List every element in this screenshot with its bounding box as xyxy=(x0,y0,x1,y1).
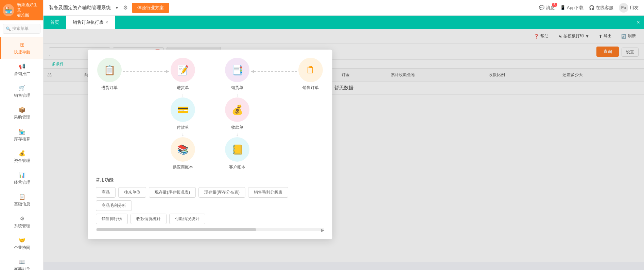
system-title: 装备及固定资产辅助管理系统 xyxy=(49,5,111,11)
download-icon: 📱 xyxy=(560,5,565,10)
sidebar: 🏪 畅康通好生意 标准版 🔍 搜索菜单 ⊞ 快捷导航 📢 营销推广 🛒 销售管理… xyxy=(0,0,43,270)
payment-bill-label: 付款单 xyxy=(177,125,189,130)
func-payment-stats[interactable]: 付款情况统计 xyxy=(169,214,205,224)
receipt-bill-icon: 💰 xyxy=(225,97,249,122)
flow-customer-ledger[interactable]: 📒 客户账本 xyxy=(224,137,251,170)
purchase-icon: 📦 xyxy=(19,107,25,113)
tab-sales-order[interactable]: 销售订单执行表 × xyxy=(66,16,115,29)
message-badge: 5 xyxy=(552,3,557,7)
sidebar-logo: 🏪 畅康通好生意 标准版 xyxy=(0,0,43,20)
sidebar-item-purchase[interactable]: 📦 采购管理 xyxy=(0,103,43,124)
logo-icon: 🏪 xyxy=(3,4,14,16)
sidebar-item-coop[interactable]: 🤝 企业协同 xyxy=(0,233,43,255)
arrow-rec-down: ↓ xyxy=(224,132,251,137)
message-icon: 💬 xyxy=(539,5,544,10)
func-sales-rank[interactable]: 销售排行榜 xyxy=(96,214,128,224)
func-product[interactable]: 商品 xyxy=(96,187,116,198)
common-functions-section: 常用功能 商品 往来单位 现存量(库存状况表) 现存量(库存分布表) 销售毛利分… xyxy=(96,177,324,224)
tab-home[interactable]: 首页 xyxy=(43,16,66,29)
receipt-bill-label: 收款单 xyxy=(231,125,243,130)
sidebar-item-operation[interactable]: 📊 经营管理 xyxy=(0,168,43,190)
system-dropdown[interactable]: ▼ xyxy=(115,5,119,10)
scrollbar-thumb[interactable] xyxy=(97,228,256,231)
service-icon: 🎧 xyxy=(589,5,594,10)
sales-icon: 🛒 xyxy=(19,85,25,91)
guide-icon: 📖 xyxy=(19,259,25,265)
func-stock-dist[interactable]: 现存量(库存分布表) xyxy=(198,187,245,198)
func-buttons-row1: 商品 往来单位 现存量(库存状况表) 现存量(库存分布表) 销售毛利分析表 商品… xyxy=(96,187,324,211)
topbar: 装备及固定资产辅助管理系统 ▼ ⚙ 体验行业方案 💬 消息 5 📱 App下载 … xyxy=(43,0,644,16)
sales-order-icon: 🗒 xyxy=(298,58,323,82)
scroll-right-arrow[interactable]: ▶ xyxy=(321,228,324,233)
flow-receipt-bill[interactable]: 💰 收款单 xyxy=(224,97,251,130)
sidebar-item-quick-nav[interactable]: ⊞ 快捷导航 xyxy=(0,37,43,59)
tab-close-icon[interactable]: × xyxy=(106,20,108,25)
sales-bill-icon: 📑 xyxy=(225,58,249,82)
close-tab-area-icon[interactable]: × xyxy=(637,19,640,25)
main-area: 装备及固定资产辅助管理系统 ▼ ⚙ 体验行业方案 💬 消息 5 📱 App下载 … xyxy=(43,0,644,270)
func-stock-status[interactable]: 现存量(库存状况表) xyxy=(149,187,196,198)
app-download-button[interactable]: 📱 App下载 xyxy=(560,5,584,11)
modal-dialog: 📋 进货订单 ▶ 📝 进货单 xyxy=(88,50,332,239)
sidebar-search-area: 🔍 搜索菜单 xyxy=(0,20,43,37)
arrow-pay-down: ↓ xyxy=(169,132,196,137)
common-functions-title: 常用功能 xyxy=(96,177,324,183)
sidebar-item-basic[interactable]: 📋 基础信息 xyxy=(0,190,43,211)
sidebar-item-marketing[interactable]: 📢 营销推广 xyxy=(0,59,43,81)
arrow-so-to-sb: ◀ xyxy=(251,69,297,74)
basic-icon: 📋 xyxy=(19,194,25,200)
purchase-order-label: 进货订单 xyxy=(101,85,118,91)
sidebar-item-system[interactable]: ⚙ 系统管理 xyxy=(0,211,43,233)
sidebar-item-guide[interactable]: 📖 新手引导 xyxy=(0,255,43,270)
user-area[interactable]: Ea 用友 xyxy=(619,3,639,13)
settings-icon[interactable]: ⚙ xyxy=(123,4,128,11)
sales-order-label: 销售订单 xyxy=(302,85,319,91)
quick-nav-icon: ⊞ xyxy=(20,41,24,48)
sidebar-item-inventory[interactable]: 🏪 库存核算 xyxy=(0,124,43,146)
sales-bill-label: 销货单 xyxy=(231,85,243,91)
payment-bill-icon: 💳 xyxy=(171,97,195,122)
flow-purchase-bill[interactable]: 📝 进货单 xyxy=(169,58,196,91)
purchase-bill-label: 进货单 xyxy=(177,85,189,91)
experience-button[interactable]: 体验行业方案 xyxy=(132,3,169,13)
supplier-ledger-icon: 📚 xyxy=(171,137,195,162)
func-product-margin[interactable]: 商品毛利分析 xyxy=(96,200,132,211)
chevron-down-icon: ▼ xyxy=(115,5,119,10)
operation-icon: 📊 xyxy=(19,172,25,178)
customer-ledger-icon: 📒 xyxy=(225,137,249,162)
func-sales-margin[interactable]: 销售毛利分析表 xyxy=(248,187,288,198)
purchase-bill-icon: 📝 xyxy=(171,58,195,82)
supplier-ledger-label: 供应商账本 xyxy=(173,164,193,170)
sidebar-item-sales[interactable]: 🛒 销售管理 xyxy=(0,81,43,103)
search-menu-button[interactable]: 🔍 搜索菜单 xyxy=(3,24,40,34)
avatar: Ea xyxy=(619,3,628,13)
flow-sales-order[interactable]: 🗒 销售订单 xyxy=(297,58,324,91)
arrow-pb-down: ↓ xyxy=(169,92,196,97)
content-area: ❓ 帮助 🖨 按模板打印 ▼ ⬆ 导出 🔄 刷新 xyxy=(43,29,644,270)
logo-text: 畅康通好生意 标准版 xyxy=(17,2,40,18)
coop-icon: 🤝 xyxy=(19,237,25,244)
modal-overlay[interactable]: 📋 进货订单 ▶ 📝 进货单 xyxy=(43,29,644,270)
tabbar: 首页 销售订单执行表 × × xyxy=(43,16,644,29)
customer-ledger-label: 客户账本 xyxy=(229,164,245,170)
system-icon: ⚙ xyxy=(20,215,24,222)
flow-payment-bill[interactable]: 💳 付款单 xyxy=(169,97,196,130)
func-partner[interactable]: 往来单位 xyxy=(118,187,146,198)
message-button[interactable]: 💬 消息 5 xyxy=(539,5,555,11)
online-service-button[interactable]: 🎧 在线客服 xyxy=(589,5,613,11)
inventory-icon: 🏪 xyxy=(19,128,25,135)
flow-supplier-ledger[interactable]: 📚 供应商账本 xyxy=(169,137,196,170)
sidebar-item-finance[interactable]: 💰 资金管理 xyxy=(0,146,43,168)
purchase-order-icon: 📋 xyxy=(97,58,122,82)
finance-icon: 💰 xyxy=(19,150,25,157)
func-receipt-stats[interactable]: 收款情况统计 xyxy=(130,214,167,224)
flow-sales-bill[interactable]: 📑 销货单 xyxy=(224,58,251,91)
flow-purchase-order[interactable]: 📋 进货订单 xyxy=(96,58,123,91)
search-icon: 🔍 xyxy=(6,26,11,31)
arrow-sb-down: ↓ xyxy=(224,92,251,97)
arrow-po-to-pb: ▶ xyxy=(123,69,169,74)
horizontal-scrollbar[interactable]: ▶ xyxy=(96,228,324,231)
func-buttons-row2: 销售排行榜 收款情况统计 付款情况统计 xyxy=(96,214,324,224)
marketing-icon: 📢 xyxy=(19,63,25,70)
topbar-right: 💬 消息 5 📱 App下载 🎧 在线客服 Ea 用友 xyxy=(539,3,639,13)
